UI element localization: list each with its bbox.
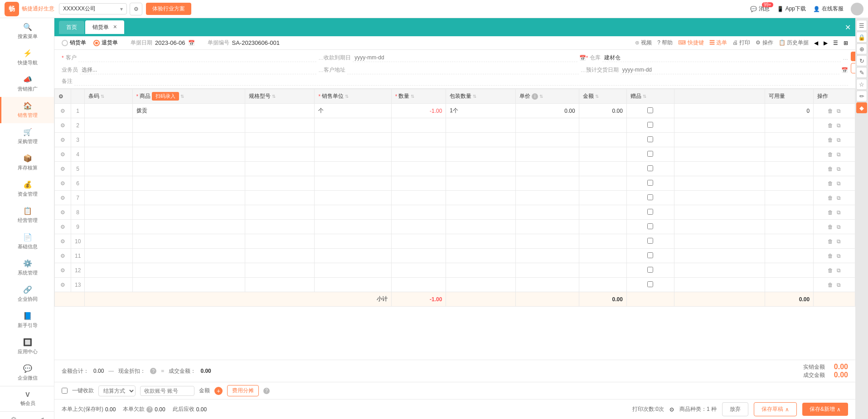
calendar-icon[interactable]: 📅	[188, 40, 195, 46]
expected-date-calendar-icon[interactable]: 📅	[841, 67, 848, 73]
cell-amount[interactable]: 0.00	[579, 104, 626, 118]
delete-icon[interactable]: 🗑	[828, 253, 833, 259]
tool-edit-icon[interactable]: ✎	[856, 67, 867, 78]
online-service-btn[interactable]: 👤 在线客服	[813, 5, 844, 13]
save-draft-button[interactable]: 保存草稿 ∧	[754, 402, 797, 416]
cell-price[interactable]	[516, 278, 579, 292]
cell-pkg-qty[interactable]	[446, 118, 516, 133]
sidebar-item-inventory[interactable]: 📦 库存核算	[0, 149, 54, 176]
cell-amount[interactable]	[579, 263, 626, 278]
delete-icon[interactable]: 🗑	[828, 137, 833, 143]
sidebar-item-wechat[interactable]: 💬 企业微信	[0, 360, 54, 386]
cell-barcode[interactable]	[85, 249, 132, 263]
cell-pkg-qty[interactable]	[446, 263, 516, 278]
cell-barcode[interactable]	[85, 104, 132, 118]
cell-product[interactable]	[132, 118, 245, 133]
cell-unit[interactable]	[315, 234, 391, 249]
cell-qty[interactable]	[391, 162, 446, 176]
sidebar-item-member[interactable]: V 畅会员	[0, 386, 54, 411]
cell-pkg-qty[interactable]	[446, 176, 516, 191]
cell-qty[interactable]	[391, 220, 446, 234]
app-download-btn[interactable]: 📱 App下载	[777, 5, 806, 13]
history-link[interactable]: 📋 历史单据	[779, 39, 809, 47]
remark-input[interactable]	[74, 77, 848, 86]
warehouse-input[interactable]	[602, 53, 841, 62]
shortcut-link[interactable]: ⌨ 快捷键	[678, 39, 703, 47]
copy-icon[interactable]: ⧉	[837, 224, 841, 230]
cell-product[interactable]	[132, 147, 245, 162]
cell-amount[interactable]	[579, 205, 626, 220]
cell-product[interactable]	[132, 234, 245, 249]
radio-sales-order[interactable]: 销货单	[62, 39, 86, 47]
delete-icon[interactable]: 🗑	[828, 267, 833, 274]
cell-gift[interactable]	[626, 205, 674, 220]
operate-link[interactable]: ⚙ 操作	[756, 39, 773, 47]
cell-barcode[interactable]	[85, 147, 132, 162]
cell-gift[interactable]	[626, 234, 674, 249]
cell-unit[interactable]	[315, 162, 391, 176]
sidebar-settings-icon[interactable]: ⚙	[10, 415, 17, 419]
cell-price[interactable]	[516, 147, 579, 162]
copy-icon[interactable]: ⧉	[837, 122, 841, 129]
settings-form-btn[interactable]: ⊙ 设置	[851, 52, 855, 61]
cell-qty[interactable]	[391, 278, 446, 292]
sidebar-collapse-icon[interactable]: ◀	[38, 415, 44, 419]
cell-qty[interactable]	[391, 176, 446, 191]
cell-price[interactable]	[516, 234, 579, 249]
tool-refresh-icon[interactable]: ↻	[856, 55, 867, 66]
delete-icon[interactable]: 🗑	[828, 151, 833, 158]
cell-pkg-qty[interactable]	[446, 162, 516, 176]
cell-unit[interactable]	[315, 278, 391, 292]
cell-spec[interactable]	[245, 162, 315, 176]
cell-spec[interactable]	[245, 220, 315, 234]
cell-amount[interactable]	[579, 176, 626, 191]
cell-unit[interactable]	[315, 220, 391, 234]
expense-info-icon[interactable]: ?	[263, 388, 270, 394]
add-payment-btn[interactable]: +	[214, 387, 223, 395]
cell-product[interactable]	[132, 176, 245, 191]
tool-orange-icon[interactable]: ◆	[856, 102, 867, 113]
copy-icon[interactable]: ⧉	[837, 238, 841, 245]
sidebar-item-sales[interactable]: 🏠 销售管理	[0, 97, 54, 123]
cell-barcode[interactable]	[85, 205, 132, 220]
print-link[interactable]: 🖨 打印	[732, 39, 750, 47]
sort-product-icon[interactable]: ⇅	[180, 94, 184, 99]
cell-unit[interactable]	[315, 133, 391, 147]
due-date-calendar-icon[interactable]: 📅	[579, 55, 586, 61]
sidebar-item-system[interactable]: ⚙️ 系统管理	[0, 255, 54, 281]
cell-unit[interactable]	[315, 147, 391, 162]
cell-price[interactable]	[516, 249, 579, 263]
cell-pkg-qty[interactable]: 1个	[446, 104, 516, 118]
copy-icon[interactable]: ⧉	[837, 108, 841, 114]
cell-qty[interactable]	[391, 205, 446, 220]
cell-product[interactable]	[132, 278, 245, 292]
video-link[interactable]: ⊙ 视频	[635, 39, 652, 47]
cell-gift[interactable]	[626, 162, 674, 176]
cell-gift[interactable]	[626, 249, 674, 263]
copy-icon[interactable]: ⧉	[837, 253, 841, 259]
copy-icon[interactable]: ⧉	[837, 166, 841, 172]
customer-address-input[interactable]	[347, 66, 578, 74]
discount-info-icon[interactable]: ?	[150, 368, 156, 374]
cell-amount[interactable]	[579, 162, 626, 176]
cell-price[interactable]	[516, 162, 579, 176]
cell-price[interactable]: 0.00	[516, 104, 579, 118]
cell-amount[interactable]	[579, 220, 626, 234]
cell-gift[interactable]	[626, 147, 674, 162]
cell-qty[interactable]	[391, 147, 446, 162]
cell-product[interactable]	[132, 249, 245, 263]
cell-unit[interactable]	[315, 263, 391, 278]
cell-price[interactable]	[516, 263, 579, 278]
cell-price[interactable]	[516, 176, 579, 191]
cell-pkg-qty[interactable]	[446, 191, 516, 205]
cell-barcode[interactable]	[85, 234, 132, 249]
next-icon[interactable]: ▶	[824, 40, 828, 46]
one-click-payment-checkbox[interactable]	[62, 388, 68, 394]
due-date-input[interactable]	[353, 53, 577, 62]
address-more-icon[interactable]: …	[581, 67, 586, 73]
delete-icon[interactable]: 🗑	[828, 166, 833, 172]
cell-spec[interactable]	[245, 263, 315, 278]
copy-icon[interactable]: ⧉	[837, 151, 841, 158]
cell-barcode[interactable]	[85, 191, 132, 205]
cell-product[interactable]	[132, 191, 245, 205]
